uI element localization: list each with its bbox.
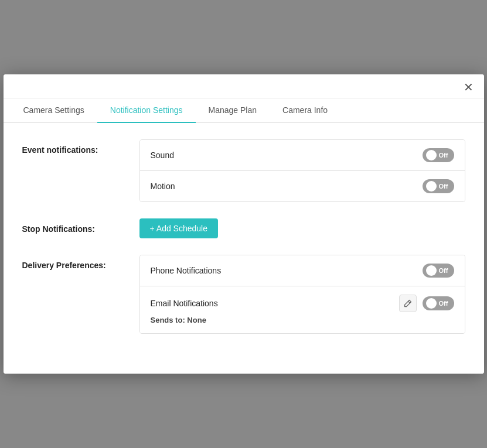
email-edit-button[interactable] [399,295,417,312]
sound-label: Sound [151,151,174,160]
sends-to-text: Sends to: None [151,316,206,324]
modal-dialog: ✕ Camera Settings Notification Settings … [4,74,484,374]
phone-notifications-label: Phone Notifications [151,266,222,275]
add-schedule-button[interactable]: + Add Schedule [139,218,218,238]
stop-notifications-section: Stop Notifications: + Add Schedule [22,218,465,238]
email-row-bottom: Sends to: None [140,314,465,333]
motion-toggle-text: Off [439,183,448,190]
event-notifications-section: Event notifications: Sound Off [22,139,465,202]
edit-icon [404,299,412,307]
sends-to-label: Sends to: [151,316,185,324]
delivery-preferences-content: Phone Notifications Off Email Notificati… [139,255,465,334]
motion-label: Motion [151,182,175,191]
delivery-preferences-label: Delivery Preferences: [22,255,139,270]
modal-header: ✕ [4,74,484,98]
motion-toggle-circle [426,181,437,191]
email-notifications-row: Email Notifications [140,286,465,333]
sound-toggle-text: Off [439,152,448,159]
phone-toggle-text: Off [439,267,448,274]
sound-row: Sound Off [140,140,465,170]
email-toggle-text: Off [439,300,448,307]
delivery-preferences-card: Phone Notifications Off Email Notificati… [139,255,465,334]
sends-to-value: None [187,316,206,324]
modal-body: Event notifications: Sound Off [4,123,484,374]
email-row-top: Email Notifications [140,286,465,314]
email-row-actions: Off [399,295,454,312]
event-notifications-card: Sound Off Motion Off [139,139,465,202]
delivery-preferences-section: Delivery Preferences: Phone Notification… [22,255,465,334]
email-toggle-circle [426,298,437,309]
event-notifications-content: Sound Off Motion Off [139,139,465,202]
stop-notifications-content: + Add Schedule [139,218,465,238]
tabs-bar: Camera Settings Notification Settings Ma… [4,98,484,123]
tab-camera-info[interactable]: Camera Info [270,98,340,123]
close-button[interactable]: ✕ [461,79,477,95]
tab-notification-settings[interactable]: Notification Settings [97,98,196,123]
email-notifications-label: Email Notifications [151,299,218,308]
stop-notifications-label: Stop Notifications: [22,218,139,234]
email-toggle[interactable]: Off [423,296,454,310]
tab-manage-plan[interactable]: Manage Plan [196,98,270,123]
sound-toggle-circle [426,150,437,160]
event-notifications-label: Event notifications: [22,139,139,155]
motion-row: Motion Off [140,170,465,201]
phone-notifications-row: Phone Notifications Off [140,255,465,286]
sound-toggle[interactable]: Off [423,148,454,162]
modal-overlay: ✕ Camera Settings Notification Settings … [0,0,487,448]
tab-camera-settings[interactable]: Camera Settings [11,98,97,123]
phone-toggle[interactable]: Off [423,264,454,278]
email-row-wrapper: Email Notifications [140,286,465,333]
motion-toggle[interactable]: Off [423,179,454,193]
phone-toggle-circle [426,265,437,276]
